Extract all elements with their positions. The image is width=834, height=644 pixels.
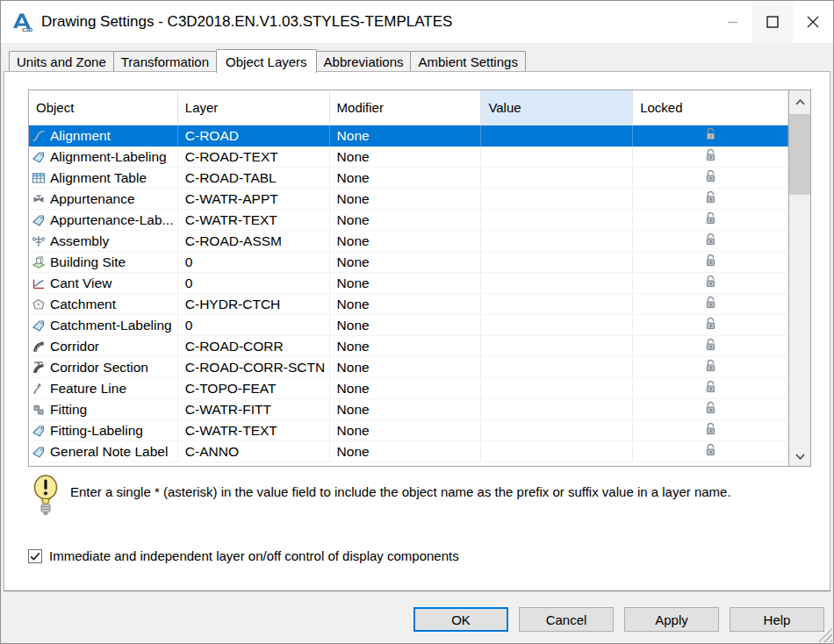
value-cell[interactable] xyxy=(481,252,633,273)
value-cell[interactable] xyxy=(481,210,633,231)
locked-cell[interactable] xyxy=(633,189,788,210)
column-header-object[interactable]: Object xyxy=(29,90,178,125)
layer-cell: C-ROAD-CORR xyxy=(178,336,330,357)
table-row-appurtenance[interactable]: AppurtenanceC-WATR-APPTNone xyxy=(29,189,788,210)
layer-cell: C-TOPO-FEAT xyxy=(178,378,330,399)
value-cell[interactable] xyxy=(481,294,633,315)
locked-cell[interactable] xyxy=(633,441,788,462)
maximize-button[interactable] xyxy=(752,1,793,43)
tab-ambient-settings[interactable]: Ambient Settings xyxy=(410,51,525,71)
scroll-down-button[interactable] xyxy=(789,445,810,466)
locked-cell[interactable] xyxy=(633,357,788,378)
column-header-locked[interactable]: Locked xyxy=(633,90,788,125)
tab-abbreviations[interactable]: Abbreviations xyxy=(316,51,412,71)
value-cell[interactable] xyxy=(481,336,633,357)
table-row-catchment-labeling[interactable]: Catchment-Labeling0None xyxy=(29,315,788,336)
tab-transformation[interactable]: Transformation xyxy=(113,51,217,71)
value-cell[interactable] xyxy=(481,147,633,168)
scroll-up-button[interactable] xyxy=(789,90,810,111)
column-header-value[interactable]: Value xyxy=(481,90,633,125)
alignment-icon xyxy=(32,129,47,143)
unlocked-padlock-icon xyxy=(705,317,716,333)
object-cell: Appurtenance xyxy=(29,189,178,210)
display-components-checkbox-row[interactable]: Immediate and independent layer on/off c… xyxy=(28,548,459,563)
locked-cell[interactable] xyxy=(633,294,788,315)
table-row-building-site[interactable]: Building Site0None xyxy=(29,252,788,273)
apply-button[interactable]: Apply xyxy=(624,607,719,632)
layer-cell: C-WATR-TEXT xyxy=(178,420,330,441)
title-bar[interactable]: C3D Drawing Settings - C3D2018.EN.V1.03.… xyxy=(1,1,833,43)
locked-cell[interactable] xyxy=(633,210,788,231)
table-row-cant-view[interactable]: Cant View0None xyxy=(29,273,788,294)
locked-cell[interactable] xyxy=(633,125,788,147)
layer-cell: C-ROAD-ASSM xyxy=(178,231,330,252)
table-row-alignment[interactable]: AlignmentC-ROADNone xyxy=(29,125,788,147)
column-header-layer[interactable]: Layer xyxy=(178,90,330,125)
value-cell[interactable] xyxy=(481,378,633,399)
value-cell[interactable] xyxy=(481,231,633,252)
locked-cell[interactable] xyxy=(633,273,788,294)
minimize-button[interactable] xyxy=(712,1,752,43)
unlocked-padlock-icon xyxy=(705,233,716,249)
locked-cell[interactable] xyxy=(633,420,788,441)
scrollbar-thumb[interactable] xyxy=(789,114,810,195)
vertical-scrollbar[interactable] xyxy=(789,90,810,466)
value-cell[interactable] xyxy=(481,273,633,294)
close-button[interactable] xyxy=(793,1,833,43)
locked-cell[interactable] xyxy=(633,252,788,273)
table-row-alignment-labeling[interactable]: Alignment-LabelingC-ROAD-TEXTNone xyxy=(29,147,788,168)
object-cell: Fitting xyxy=(29,399,178,420)
table-row-appurtenance-lab[interactable]: Appurtenance-Lab...C-WATR-TEXTNone xyxy=(29,210,788,231)
locked-cell[interactable] xyxy=(633,336,788,357)
table-row-assembly[interactable]: AssemblyC-ROAD-ASSMNone xyxy=(29,231,788,252)
table-row-fitting[interactable]: FittingC-WATR-FITTNone xyxy=(29,399,788,420)
object-name: Appurtenance-Lab... xyxy=(50,212,173,228)
table-row-fitting-labeling[interactable]: Fitting-LabelingC-WATR-TEXTNone xyxy=(29,420,788,441)
value-cell[interactable] xyxy=(481,168,633,189)
object-name: Alignment xyxy=(50,128,111,144)
layer-cell: C-HYDR-CTCH xyxy=(178,294,330,315)
object-name: Fitting-Labeling xyxy=(50,423,143,439)
table-row-alignment-table[interactable]: Alignment TableC-ROAD-TABLNone xyxy=(29,168,788,189)
modifier-cell: None xyxy=(330,294,482,315)
value-cell[interactable] xyxy=(481,357,633,378)
tab-object-layers[interactable]: Object Layers xyxy=(216,49,317,73)
modifier-cell: None xyxy=(330,125,482,147)
table-icon xyxy=(32,171,47,185)
checkbox-label: Immediate and independent layer on/off c… xyxy=(49,548,459,563)
civil3d-logo-icon: C3D xyxy=(11,11,32,32)
locked-cell[interactable] xyxy=(633,168,788,189)
object-name: Cant View xyxy=(50,275,111,291)
value-cell[interactable] xyxy=(481,420,633,441)
layer-cell: C-ANNO xyxy=(178,441,330,462)
locked-cell[interactable] xyxy=(633,315,788,336)
appurtenance-icon xyxy=(32,192,47,206)
locked-cell[interactable] xyxy=(633,147,788,168)
table-row-corridor-section[interactable]: Corridor SectionC-ROAD-CORR-SCTNNone xyxy=(29,357,788,378)
unlocked-padlock-icon xyxy=(705,190,716,207)
lightbulb-icon xyxy=(32,474,59,519)
scrollbar-track[interactable] xyxy=(789,111,810,445)
object-cell: Cant View xyxy=(29,273,178,294)
locked-cell[interactable] xyxy=(633,378,788,399)
value-cell[interactable] xyxy=(481,441,633,462)
value-cell[interactable] xyxy=(481,315,633,336)
ok-button[interactable]: OK xyxy=(413,607,508,632)
locked-cell[interactable] xyxy=(633,231,788,252)
fitting-icon xyxy=(32,403,47,417)
unlocked-padlock-icon xyxy=(705,148,716,165)
checkbox-checked-icon[interactable] xyxy=(28,549,42,563)
table-row-corridor[interactable]: CorridorC-ROAD-CORRNone xyxy=(29,336,788,357)
table-row-general-note-label[interactable]: General Note LabelC-ANNONone xyxy=(29,441,788,462)
object-name: Feature Line xyxy=(50,381,126,397)
help-button[interactable]: Help xyxy=(730,607,824,632)
value-cell[interactable] xyxy=(481,189,633,210)
value-cell[interactable] xyxy=(481,399,633,420)
tab-units-and-zone[interactable]: Units and Zone xyxy=(9,51,114,71)
locked-cell[interactable] xyxy=(633,399,788,420)
value-cell[interactable] xyxy=(481,125,633,147)
table-row-feature-line[interactable]: Feature LineC-TOPO-FEATNone xyxy=(29,378,788,399)
column-header-modifier[interactable]: Modifier xyxy=(330,90,482,125)
cancel-button[interactable]: Cancel xyxy=(519,607,614,632)
table-row-catchment[interactable]: CatchmentC-HYDR-CTCHNone xyxy=(29,294,788,315)
